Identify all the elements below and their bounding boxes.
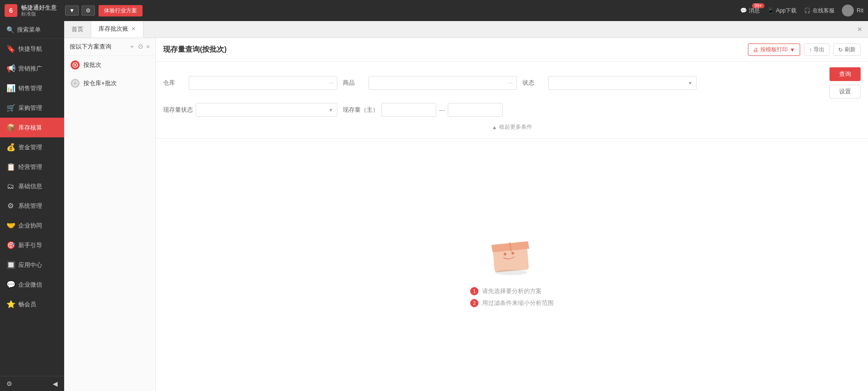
- empty-state: 1 请先选择要分析的方案 2 用过滤条件来缩小分析范围: [156, 139, 868, 391]
- filter-area: 仓库 ··· 商品 ···: [156, 62, 868, 139]
- page-close-btn[interactable]: ✕: [852, 22, 868, 37]
- inventory-qty-max[interactable]: [448, 103, 503, 117]
- sidebar-item-quick-nav[interactable]: 🔖 快捷导航: [0, 39, 64, 59]
- sidebar-item-marketing[interactable]: 📢 营销推广: [0, 59, 64, 78]
- tab-home[interactable]: 首页: [64, 22, 91, 37]
- export-btn[interactable]: ↑ 导出: [804, 43, 830, 56]
- step2-num: 2: [470, 299, 478, 307]
- sidebar-collapse-icon[interactable]: ◀: [53, 380, 58, 387]
- app-download-btn[interactable]: 📱 App下载: [767, 7, 797, 15]
- sidebar-item-newbie[interactable]: 🎯 新手引导: [0, 235, 64, 255]
- user-area[interactable]: Rit: [842, 5, 863, 16]
- messages-badge: 99+: [752, 3, 764, 8]
- add-scheme-btn[interactable]: ＋: [129, 43, 135, 51]
- status-select[interactable]: ▼: [548, 76, 697, 90]
- warehouse-input[interactable]: ···: [189, 76, 337, 90]
- tab-inventory-batch[interactable]: 库存批次账 ✕: [91, 21, 143, 38]
- collapse-label: 收起更多条件: [499, 123, 532, 131]
- empty-svg: [484, 223, 539, 278]
- refresh-icon: ↻: [838, 47, 843, 53]
- nav-dropdown-btn[interactable]: ▼: [65, 5, 79, 16]
- svg-point-6: [511, 252, 514, 255]
- scheme-by-warehouse-batch-label: 按仓库+批次: [83, 79, 117, 87]
- product-label: 商品: [343, 79, 366, 87]
- main-layout: 🔍 搜索菜单 🔖 快捷导航 📢 营销推广 📊 销售管理 🛒 采购管理 📦 库存核…: [0, 21, 868, 391]
- product-input[interactable]: ···: [368, 76, 517, 90]
- sidebar-item-sales[interactable]: 📊 销售管理: [0, 78, 64, 98]
- username: Rit: [857, 7, 863, 14]
- refresh-btn[interactable]: ↻ 刷新: [833, 43, 861, 56]
- settings-btn[interactable]: 设置: [830, 85, 861, 98]
- sidebar-item-label: 销售管理: [18, 84, 42, 92]
- query-btn[interactable]: 查询: [830, 67, 861, 81]
- status-select-arrow: ▼: [688, 81, 692, 86]
- sidebar-item-label: 新手引导: [18, 241, 42, 250]
- sidebar-item-finance[interactable]: 💰 资金管理: [0, 137, 64, 157]
- operation-icon: 📋: [6, 163, 15, 171]
- sidebar-item-operation[interactable]: 📋 经营管理: [0, 157, 64, 177]
- sidebar-settings-icon[interactable]: ⚙: [6, 380, 12, 387]
- inventory-qty-min[interactable]: [381, 103, 436, 117]
- scheme-collapse-btn[interactable]: «: [146, 43, 150, 51]
- scheme-by-batch[interactable]: 按批次: [64, 56, 155, 74]
- svg-point-1: [74, 64, 76, 66]
- inventory-qty-range: —: [381, 103, 517, 117]
- scheme-settings-btn[interactable]: ⊙: [138, 43, 143, 51]
- scheme-active-icon: [71, 60, 80, 70]
- sidebar-item-label: 企业协同: [18, 222, 42, 230]
- sidebar-item-label: 应用中心: [18, 261, 42, 269]
- app-logo: 6: [5, 4, 17, 17]
- apps-icon: 🔲: [6, 261, 15, 269]
- scheme-inactive-icon: [71, 79, 80, 88]
- system-icon: ⚙: [6, 201, 15, 210]
- sidebar-item-label: 采购管理: [18, 104, 42, 112]
- sidebar-item-basic[interactable]: 🗂 基础信息: [0, 177, 64, 196]
- enterprise-icon: 🤝: [6, 221, 15, 230]
- sidebar-item-purchase[interactable]: 🛒 采购管理: [0, 98, 64, 118]
- sidebar-item-system[interactable]: ⚙ 系统管理: [0, 196, 64, 216]
- messages-btn[interactable]: 💬 消息 99+: [740, 7, 760, 15]
- tab-home-label: 首页: [71, 25, 83, 33]
- topbar-nav: ▼ ⚙: [65, 5, 95, 16]
- search-icon: 🔍: [6, 26, 14, 33]
- marketing-icon: 📢: [6, 64, 15, 73]
- inventory-status-select[interactable]: ▼: [196, 103, 337, 117]
- nav-settings-btn[interactable]: ⚙: [82, 5, 95, 16]
- topbar-right: 💬 消息 99+ 📱 App下载 🎧 在线客服 Rit: [740, 5, 863, 16]
- quick-nav-icon: 🔖: [6, 44, 15, 53]
- online-support-btn[interactable]: 🎧 在线客服: [804, 7, 835, 15]
- basic-icon: 🗂: [6, 182, 15, 190]
- sidebar-item-label: 营销推广: [18, 65, 42, 73]
- page-content: 按以下方案查询 ＋ ⊙ « 按批次: [64, 38, 868, 391]
- sidebar-search[interactable]: 🔍 搜索菜单: [0, 21, 64, 39]
- print-btn[interactable]: 🖨 按模板打印 ▼: [748, 43, 800, 56]
- collapse-btn[interactable]: ▲ 收起更多条件: [163, 121, 861, 133]
- warehouse-dots: ···: [329, 80, 333, 86]
- step1-num: 1: [470, 287, 478, 295]
- inventory-status-filter: 现存量状态 ▼: [163, 103, 337, 117]
- topbar-left: 6 畅捷通好生意 标准版 ▼ ⚙ 体验行业方案: [5, 4, 143, 17]
- newbie-icon: 🎯: [6, 241, 15, 250]
- svg-point-2: [73, 81, 77, 86]
- scheme-by-batch-label: 按批次: [83, 61, 101, 69]
- sidebar-item-inventory[interactable]: 📦 库存核算: [0, 118, 64, 137]
- tabbar: 首页 库存批次账 ✕ ✕: [64, 21, 868, 38]
- scheme-by-warehouse-batch[interactable]: 按仓库+批次: [64, 74, 155, 92]
- purchase-icon: 🛒: [6, 103, 15, 112]
- sidebar-item-enterprise[interactable]: 🤝 企业协同: [0, 216, 64, 235]
- inventory-icon: 📦: [6, 123, 15, 132]
- sidebar: 🔍 搜索菜单 🔖 快捷导航 📢 营销推广 📊 销售管理 🛒 采购管理 📦 库存核…: [0, 21, 64, 391]
- sidebar-item-member[interactable]: ⭐ 畅会员: [0, 294, 64, 314]
- experience-btn[interactable]: 体验行业方案: [99, 5, 143, 16]
- inventory-qty-filter: 现存量（主） —: [343, 103, 517, 117]
- sidebar-item-apps[interactable]: 🔲 应用中心: [0, 255, 64, 275]
- sidebar-item-label: 经营管理: [18, 163, 42, 171]
- tab-close-icon[interactable]: ✕: [131, 26, 136, 32]
- print-dropdown-icon: ▼: [790, 47, 795, 53]
- page-title: 现存量查询(按批次): [163, 45, 227, 54]
- svg-point-5: [504, 253, 506, 255]
- sidebar-item-wechat[interactable]: 💬 企业微信: [0, 275, 64, 294]
- range-divider: —: [439, 107, 445, 114]
- sidebar-item-label: 畅会员: [18, 300, 36, 309]
- status-label: 状态: [522, 79, 545, 87]
